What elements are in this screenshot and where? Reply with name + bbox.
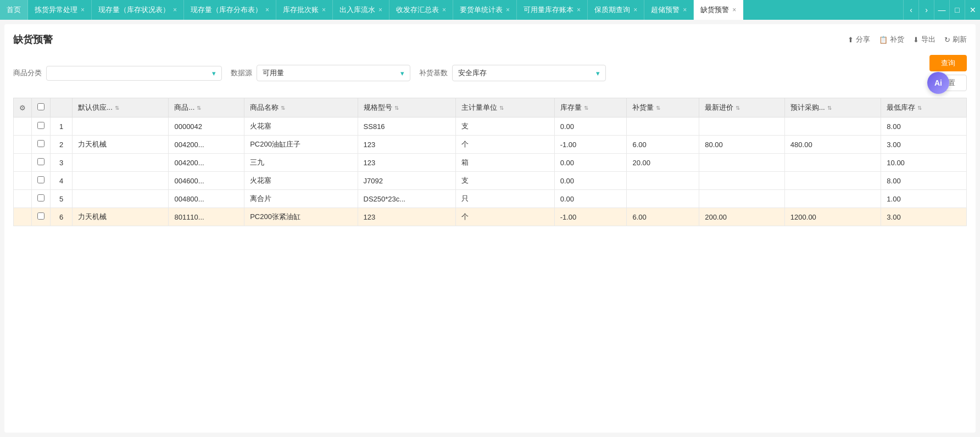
row-replenish — [627, 117, 699, 136]
tab-expiry[interactable]: 保质期查询 × — [588, 0, 644, 20]
row-checkbox-0[interactable] — [37, 122, 44, 129]
tab-close-overstock[interactable]: × — [683, 6, 687, 14]
window-minimize[interactable]: — — [934, 0, 949, 20]
th-stock[interactable]: 库存量 ⇅ — [554, 98, 627, 117]
tab-inout-flow[interactable]: 出入库流水 × — [333, 0, 389, 20]
tab-close-expiry[interactable]: × — [633, 6, 637, 14]
row-spec: 123 — [358, 208, 456, 226]
refresh-icon: ↻ — [944, 36, 950, 44]
gear-icon[interactable]: ⚙ — [19, 104, 26, 112]
row-checkbox-cell[interactable] — [32, 117, 51, 136]
th-unit[interactable]: 主计量单位 ⇅ — [456, 98, 554, 117]
th-name[interactable]: 商品名称 ⇅ — [244, 98, 358, 117]
tab-close-inout[interactable]: × — [378, 6, 382, 14]
ai-badge[interactable]: Ai — [927, 72, 949, 94]
select-all-checkbox[interactable] — [37, 103, 44, 110]
row-stock: 0.00 — [554, 154, 627, 172]
export-button[interactable]: ⬇ 导出 — [913, 35, 936, 44]
th-spec[interactable]: 规格型号 ⇅ — [358, 98, 456, 117]
row-checkbox-2[interactable] — [37, 158, 44, 165]
row-name: 离合片 — [244, 190, 358, 208]
row-latest-price — [699, 172, 785, 190]
export-icon: ⬇ — [913, 36, 919, 44]
share-button[interactable]: ⬆ 分享 — [848, 35, 870, 44]
tab-inventory-status[interactable]: 现存量（库存状况表） × — [92, 0, 184, 20]
row-code: 004200... — [169, 154, 244, 172]
refresh-button[interactable]: ↻ 刷新 — [944, 35, 967, 44]
filter-datasource-chevron-icon: ▾ — [400, 69, 404, 77]
row-supplier — [73, 154, 169, 172]
row-min-stock: 3.00 — [881, 208, 967, 226]
row-checkbox-5[interactable] — [37, 212, 44, 220]
row-supplier: 力天机械 — [73, 208, 169, 226]
sort-name-icon: ⇅ — [281, 105, 285, 111]
replenish-icon: 📋 — [879, 36, 888, 44]
tab-scroll-left[interactable]: ‹ — [903, 0, 918, 20]
th-settings[interactable]: ⚙ — [14, 98, 32, 117]
row-gear-cell — [14, 154, 32, 172]
row-code: 801110... — [169, 208, 244, 226]
row-checkbox-cell[interactable] — [32, 190, 51, 208]
filter-category-select[interactable]: ▾ — [46, 66, 222, 81]
sort-price-icon: ⇅ — [736, 105, 740, 111]
row-checkbox-3[interactable] — [37, 176, 44, 183]
window-maximize[interactable]: □ — [949, 0, 965, 20]
tab-close-inventory-dist[interactable]: × — [265, 6, 269, 14]
filter-category-label: 商品分类 — [13, 68, 42, 78]
tab-receive-summary[interactable]: 收发存汇总表 × — [389, 0, 453, 20]
table-row: 4 004600... 火花塞 J7092 支 0.00 8.00 — [14, 172, 967, 190]
th-min-stock[interactable]: 最低库存 ⇅ — [881, 98, 967, 117]
row-stock: -1.00 — [554, 136, 627, 154]
page-content: 缺货预警 ⬆ 分享 📋 补货 ⬇ 导出 ↻ 刷新 商品分类 — [4, 24, 976, 433]
th-code[interactable]: 商品... ⇅ — [169, 98, 244, 117]
row-checkbox-cell[interactable] — [32, 154, 51, 172]
tab-scroll-right[interactable]: › — [918, 0, 934, 20]
tab-close-batch[interactable]: × — [322, 6, 326, 14]
tab-close-receive[interactable]: × — [442, 6, 446, 14]
tab-close-demand[interactable]: × — [506, 6, 510, 14]
row-checkbox-cell[interactable] — [32, 172, 51, 190]
tab-exception[interactable]: 拣货异常处理 × — [28, 0, 92, 20]
row-latest-price: 80.00 — [699, 136, 785, 154]
tab-overstock[interactable]: 超储预警 × — [644, 0, 694, 20]
tab-close-shortage[interactable]: × — [732, 6, 736, 14]
filter-datasource-select[interactable]: 可用量 ▾ — [257, 65, 410, 81]
row-supplier — [73, 117, 169, 136]
th-replenish[interactable]: 补货量 ⇅ — [627, 98, 699, 117]
table-row: 6 力天机械 801110... PC200张紧油缸 123 个 -1.00 6… — [14, 208, 967, 226]
tab-demand-stat[interactable]: 要货单统计表 × — [453, 0, 517, 20]
row-seq: 3 — [51, 154, 73, 172]
row-min-stock: 1.00 — [881, 190, 967, 208]
row-spec: 123 — [358, 136, 456, 154]
tab-batch[interactable]: 库存批次账 × — [276, 0, 333, 20]
row-code: 0000042 — [169, 117, 244, 136]
row-name: PC200张紧油缸 — [244, 208, 358, 226]
tab-home[interactable]: 首页 — [0, 0, 28, 20]
th-estimated-purchase[interactable]: 预计采购... ⇅ — [784, 98, 881, 117]
tab-available-ledger[interactable]: 可用量库存账本 × — [517, 0, 588, 20]
tab-close-exception[interactable]: × — [81, 6, 85, 14]
filter-category-chevron-icon: ▾ — [212, 69, 216, 77]
replenish-button[interactable]: 📋 补货 — [879, 35, 904, 44]
row-estimated-purchase — [784, 154, 881, 172]
row-code: 004800... — [169, 190, 244, 208]
query-button[interactable]: 查询 — [929, 55, 967, 71]
tab-close-inventory-status[interactable]: × — [173, 6, 177, 14]
row-stock: 0.00 — [554, 172, 627, 190]
row-estimated-purchase: 480.00 — [784, 136, 881, 154]
th-supplier[interactable]: 默认供应... ⇅ — [73, 98, 169, 117]
row-checkbox-4[interactable] — [37, 194, 44, 201]
th-latest-price[interactable]: 最新进价 ⇅ — [699, 98, 785, 117]
tab-shortage[interactable]: 缺货预警 × — [694, 0, 743, 20]
filter-datasource-value: 可用量 — [263, 68, 284, 78]
row-checkbox-cell[interactable] — [32, 136, 51, 154]
page-header: 缺货预警 ⬆ 分享 📋 补货 ⬇ 导出 ↻ 刷新 — [13, 33, 967, 46]
row-checkbox-cell[interactable] — [32, 208, 51, 226]
row-gear-cell — [14, 136, 32, 154]
filter-replenish-select[interactable]: 安全库存 ▾ — [452, 65, 606, 81]
tab-close-available[interactable]: × — [577, 6, 581, 14]
tab-inventory-dist[interactable]: 现存量（库存分布表） × — [184, 0, 276, 20]
window-close[interactable]: ✕ — [965, 0, 980, 20]
row-checkbox-1[interactable] — [37, 140, 44, 147]
tab-nav-buttons: ‹ › — □ ✕ — [903, 0, 980, 20]
